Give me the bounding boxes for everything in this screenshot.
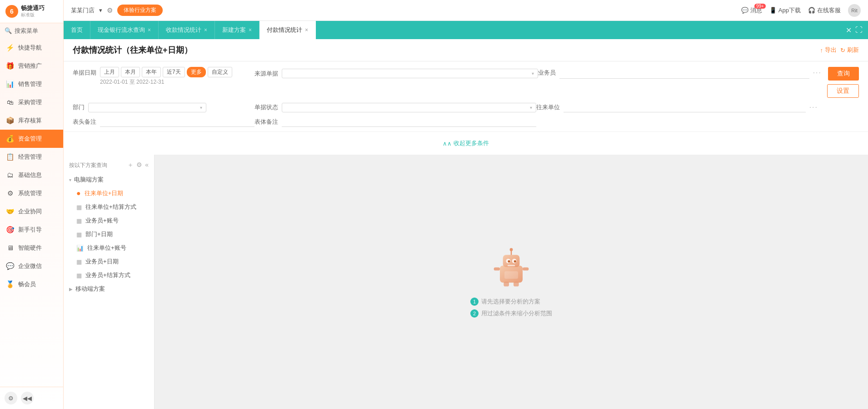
scheme-item-partner-settlement[interactable]: ▦ 往来单位+结算方式 (64, 200, 154, 214)
svg-rect-8 (494, 267, 500, 270)
scheme-item-label-staff-settlement: 业务员+结算方式 (85, 271, 130, 279)
collapse-sidebar-btn[interactable]: ◀◀ (21, 392, 34, 404)
query-btn[interactable]: 查询 (828, 67, 859, 81)
scheme-panel-header: 按以下方案查询 ＋ ⚙ « (64, 159, 154, 173)
tab-bank-flow[interactable]: 现金银行流水查询 × (90, 21, 159, 39)
content-right: 1 请先选择要分析的方案 2 用过滤条件来缩小分析范围 (155, 155, 868, 409)
close-tab-btn[interactable]: ✕ (846, 26, 852, 35)
sidebar-item-system[interactable]: ⚙ 系统管理 (0, 184, 63, 202)
sidebar-item-label: 系统管理 (18, 189, 42, 197)
voucher-status-arrow: ▾ (530, 105, 532, 110)
collapse-scheme-icon[interactable]: « (145, 161, 149, 169)
sidebar-item-basic-info[interactable]: 🗂 基础信息 (0, 166, 63, 184)
main-body: 按以下方案查询 ＋ ⚙ « ▾ 电脑端方案 ● 往来单位+日期 (64, 155, 868, 409)
page-actions: ↑ 导出 ↻ 刷新 (820, 46, 859, 54)
sidebar-item-marketing[interactable]: 🎁 营销推广 (0, 57, 63, 75)
sidebar-item-operations[interactable]: 📋 经营管理 (0, 148, 63, 166)
scheme-item-icon-partner-date: ● (76, 189, 81, 197)
scheme-settings-icon[interactable]: ⚙ (136, 161, 142, 169)
sidebar-item-hardware[interactable]: 🖥 智能硬件 (0, 239, 63, 257)
source-filter-select[interactable]: ▾ (282, 69, 538, 78)
sidebar-item-label: 基础信息 (18, 171, 42, 179)
partner-filter-label: 往来单位 (536, 103, 560, 111)
date-btn-7days[interactable]: 近7天 (163, 67, 185, 77)
tab-payment-stats-close[interactable]: × (305, 27, 308, 33)
dept-filter-select[interactable]: ▾ (88, 103, 206, 112)
staff-dots[interactable]: ··· (813, 69, 822, 77)
tab-receipt-stats[interactable]: 收款情况统计 × (159, 21, 215, 39)
refresh-btn[interactable]: ↻ 刷新 (840, 46, 859, 54)
partner-filter-input[interactable] (564, 102, 806, 112)
header-gear-icon[interactable]: ⚙ (107, 6, 113, 15)
scheme-item-partner-account[interactable]: 📊 往来单位+账号 (64, 241, 154, 255)
sidebar-item-purchase[interactable]: 🛍 采购管理 (0, 93, 63, 111)
scheme-group-mobile: ▶ 移动端方案 (64, 282, 154, 296)
date-btn-last-month[interactable]: 上月 (100, 67, 119, 77)
online-service-btn[interactable]: 🎧 在线客服 (808, 6, 841, 15)
sidebar-item-quick-nav[interactable]: ⚡ 快捷导航 (0, 39, 63, 57)
search-icon: 🔍 (5, 27, 12, 34)
tab-payment-stats-label: 付款情况统计 (267, 26, 302, 34)
scheme-item-staff-date[interactable]: ▦ 业务员+日期 (64, 255, 154, 268)
tab-payment-stats[interactable]: 付款情况统计 × (259, 21, 316, 39)
scheme-item-label-staff-date: 业务员+日期 (85, 258, 119, 266)
trial-btn[interactable]: 体验行业方案 (117, 5, 163, 16)
sidebar-logo: 6 畅捷通巧 标准版 (0, 0, 63, 23)
sidebar-item-wechat[interactable]: 💬 企业微信 (0, 257, 63, 275)
date-btn-this-year[interactable]: 本年 (142, 67, 161, 77)
sidebar-item-cooperation[interactable]: 🤝 企业协同 (0, 202, 63, 221)
system-icon: ⚙ (5, 189, 15, 198)
tab-new-scheme[interactable]: 新建方案 × (215, 21, 259, 39)
user-avatar[interactable]: Rit (848, 4, 861, 17)
store-dropdown[interactable]: ▾ (99, 7, 102, 14)
note-body-input[interactable] (282, 117, 536, 127)
svg-rect-13 (514, 282, 519, 286)
tabbar-end: ✕ ⛶ (846, 26, 868, 35)
svg-rect-11 (504, 271, 518, 279)
set-btn[interactable]: 设置 (827, 84, 859, 98)
sidebar-item-inventory[interactable]: 📦 库存核算 (0, 111, 63, 130)
export-btn[interactable]: ↑ 导出 (820, 46, 837, 54)
collapse-row: ∧∧ 收起更多条件 (64, 131, 868, 155)
page-header: 付款情况统计（往来单位+日期） ↑ 导出 ↻ 刷新 (64, 39, 868, 61)
voucher-status-select[interactable]: ▾ (282, 103, 536, 112)
partner-dots[interactable]: ··· (809, 103, 818, 111)
hardware-icon: 🖥 (5, 243, 15, 252)
tab-receipt-stats-close[interactable]: × (204, 27, 207, 33)
search-menu[interactable]: 🔍 搜索菜单 (0, 23, 63, 39)
staff-filter-input[interactable] (559, 69, 809, 79)
sidebar-item-capital[interactable]: 💰 资金管理 (0, 130, 63, 148)
messages-btn[interactable]: 💬 消息 99+ (741, 6, 762, 15)
date-btn-more[interactable]: 更多 (187, 67, 206, 77)
tab-new-scheme-close[interactable]: × (249, 27, 252, 33)
date-btn-this-month[interactable]: 本月 (121, 67, 140, 77)
app-download-btn[interactable]: 📱 App下载 (769, 6, 801, 15)
add-scheme-icon[interactable]: ＋ (127, 161, 134, 169)
svg-point-7 (510, 248, 513, 251)
headset-icon: 🎧 (808, 7, 815, 14)
dept-select-arrow: ▾ (200, 105, 202, 110)
scheme-item-dept-date[interactable]: ▦ 部门+日期 (64, 227, 154, 241)
sidebar: 6 畅捷通巧 标准版 🔍 搜索菜单 ⚡ 快捷导航 🎁 营销推广 📊 销售管理 🛍… (0, 0, 64, 409)
scheme-item-icon-dept-date: ▦ (76, 231, 82, 238)
scheme-group-mobile-header[interactable]: ▶ 移动端方案 (64, 282, 154, 296)
scheme-item-staff-account[interactable]: ▦ 业务员+账号 (64, 214, 154, 227)
expand-btn[interactable]: ⛶ (855, 26, 863, 34)
settings-bottom-btn[interactable]: ⚙ (5, 392, 17, 404)
source-filter-label: 来源单据 (254, 70, 278, 78)
scheme-item-staff-settlement[interactable]: ▦ 业务员+结算方式 (64, 268, 154, 282)
scheme-item-label-partner-date: 往来单位+日期 (85, 189, 124, 197)
tab-home[interactable]: 首页 (64, 21, 90, 39)
date-btn-custom[interactable]: 自定义 (208, 67, 232, 77)
scheme-item-partner-date[interactable]: ● 往来单位+日期 (64, 187, 154, 200)
note-header-input[interactable] (100, 117, 254, 127)
collapse-btn[interactable]: ∧∧ 收起更多条件 (443, 139, 489, 147)
sidebar-item-member[interactable]: 🏅 畅会员 (0, 275, 63, 293)
sidebar-item-guide[interactable]: 🎯 新手引导 (0, 221, 63, 239)
sidebar-bottom: ⚙ ◀◀ (0, 387, 63, 409)
sidebar-item-sales[interactable]: 📊 销售管理 (0, 75, 63, 93)
staff-filter-label: 业务员 (538, 69, 556, 77)
tab-bank-flow-close[interactable]: × (148, 27, 151, 33)
empty-tip-1: 1 请先选择要分析的方案 (470, 298, 552, 306)
scheme-group-desktop-header[interactable]: ▾ 电脑端方案 (64, 173, 154, 187)
